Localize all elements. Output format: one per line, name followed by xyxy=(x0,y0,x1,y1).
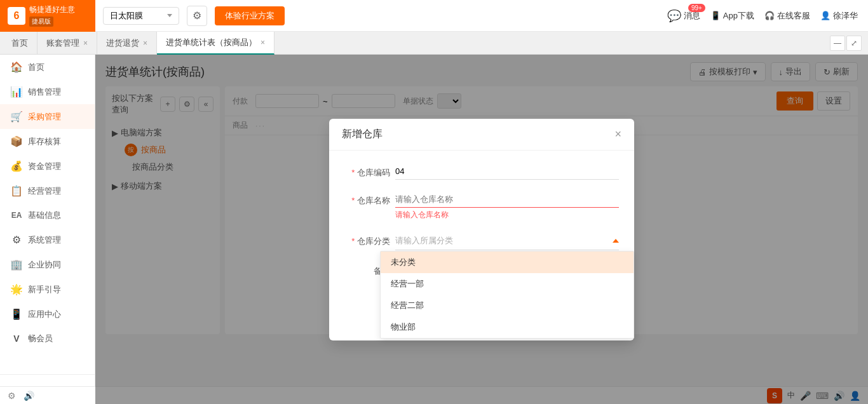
logo-text: 畅捷通好生意 捷易版 xyxy=(29,4,75,27)
tab-return-close[interactable]: × xyxy=(143,39,147,48)
apps-icon: 📱 xyxy=(10,308,23,320)
tab-return-label: 进货退货 xyxy=(106,37,139,49)
dropdown-option-dept1[interactable]: 经营一部 xyxy=(381,273,634,295)
dropdown-toggle-btn[interactable] xyxy=(613,239,619,243)
logo-badge: 捷易版 xyxy=(29,17,53,27)
sidebar-item-apps[interactable]: 📱 应用中心 xyxy=(0,302,95,327)
overlay[interactable]: 新增仓库 × * 仓库编码 xyxy=(95,55,868,404)
home-icon: 🏠 xyxy=(10,61,23,73)
top-header: 6 畅捷通好生意 捷易版 日太阳膜 ⚙ 体验行业方案 💬 消息 99+ 📱 Ap… xyxy=(0,0,868,32)
tab-minimize-btn[interactable]: — xyxy=(830,36,845,51)
tab-home[interactable]: 首页 xyxy=(3,32,37,55)
sidebar-item-basicinfo[interactable]: EA 基础信息 xyxy=(0,203,95,227)
message-icon: 💬 xyxy=(667,9,681,23)
sidebar-system-label: 系统管理 xyxy=(28,234,61,246)
bottom-left-icons: ⚙ 🔊 xyxy=(8,391,34,401)
code-control xyxy=(395,163,619,180)
bottom-sound-icon[interactable]: 🔊 xyxy=(24,391,34,401)
sidebar-inventory-label: 库存核算 xyxy=(28,136,61,147)
tab-stats[interactable]: 进货单统计表（按商品） × xyxy=(157,32,275,55)
sidebar-purchase-label: 采购管理 xyxy=(28,111,61,123)
dialog: 新增仓库 × * 仓库编码 xyxy=(329,119,634,340)
gear-button[interactable]: ⚙ xyxy=(187,6,207,26)
app-download-link[interactable]: 📱 App下载 xyxy=(710,10,754,22)
sidebar-guide-label: 新手引导 xyxy=(28,284,61,295)
store-selector[interactable]: 日太阳膜 xyxy=(103,7,179,25)
dropdown-arrow-up-icon xyxy=(613,239,619,243)
dialog-body: * 仓库编码 * 仓库名称 xyxy=(329,151,634,300)
online-service-label: 在线客服 xyxy=(777,10,810,22)
header-right: 💬 消息 99+ 📱 App下载 🎧 在线客服 👤 徐泽华 xyxy=(667,9,858,23)
dropdown-option-uncategorized[interactable]: 未分类 xyxy=(381,252,634,273)
bottom-settings-icon[interactable]: ⚙ xyxy=(8,391,16,401)
tab-stats-label: 进货单统计表（按商品） xyxy=(166,37,257,48)
sidebar-operations-label: 经营管理 xyxy=(28,185,61,197)
category-label: * 仓库分类 xyxy=(344,232,395,247)
tab-account-close[interactable]: × xyxy=(83,39,88,48)
tab-expand-btn[interactable]: ⤢ xyxy=(846,36,862,51)
sidebar-item-home[interactable]: 🏠 首页 xyxy=(0,55,95,79)
sidebar-item-sales[interactable]: 📊 销售管理 xyxy=(0,79,95,104)
headset-icon: 🎧 xyxy=(764,11,775,20)
sidebar-item-member[interactable]: V 畅会员 xyxy=(0,327,95,351)
content-area: 进货单统计(按商品) 🖨 按模板打印 ▾ ↓ 导出 ↻ 刷新 xyxy=(95,55,868,404)
tab-return[interactable]: 进货退货 × xyxy=(97,32,157,55)
code-label: * 仓库编码 xyxy=(344,163,395,178)
sidebar-item-inventory[interactable]: 📦 库存核算 xyxy=(0,129,95,154)
sidebar-item-purchase[interactable]: 🛒 采购管理 xyxy=(0,104,95,129)
operations-icon: 📋 xyxy=(10,185,23,197)
sidebar-item-finance[interactable]: 💰 资金管理 xyxy=(0,154,95,178)
sales-icon: 📊 xyxy=(10,86,23,98)
dropdown-option-property[interactable]: 物业部 xyxy=(381,316,634,338)
member-icon: V xyxy=(10,333,23,344)
online-service-link[interactable]: 🎧 在线客服 xyxy=(764,10,810,22)
main-layout: 🏠 首页 📊 销售管理 🛒 采购管理 📦 库存核算 💰 资金管理 📋 经 xyxy=(0,55,868,404)
system-icon: ⚙ xyxy=(10,234,23,246)
category-selector[interactable]: 请输入所属分类 xyxy=(395,232,619,250)
trial-button[interactable]: 体验行业方案 xyxy=(215,6,285,25)
dialog-title: 新增仓库 xyxy=(342,128,383,141)
form-row-name: * 仓库名称 请输入仓库名称 xyxy=(344,191,619,220)
store-name: 日太阳膜 xyxy=(110,10,165,22)
name-error-msg: 请输入仓库名称 xyxy=(395,210,619,220)
logo-area: 6 畅捷通好生意 捷易版 xyxy=(0,0,95,32)
sidebar-finance-label: 资金管理 xyxy=(28,161,61,172)
name-input[interactable] xyxy=(395,191,619,208)
tab-home-label: 首页 xyxy=(11,37,28,49)
sidebar-item-enterprise[interactable]: 🏢 企业协同 xyxy=(0,252,95,277)
category-placeholder: 请输入所属分类 xyxy=(395,235,453,246)
nav-items: 🏠 首页 📊 销售管理 🛒 采购管理 📦 库存核算 💰 资金管理 📋 经 xyxy=(0,55,95,374)
phone-icon: 📱 xyxy=(710,11,721,20)
dropdown-option-dept2[interactable]: 经营二部 xyxy=(381,295,634,316)
guide-icon: 🌟 xyxy=(10,283,23,295)
user-icon: 👤 xyxy=(820,11,831,20)
sidebar-item-guide[interactable]: 🌟 新手引导 xyxy=(0,277,95,302)
name-label: * 仓库名称 xyxy=(344,191,395,206)
tab-account-label: 账套管理 xyxy=(46,37,79,49)
sidebar-item-operations[interactable]: 📋 经营管理 xyxy=(0,178,95,203)
category-dropdown: 未分类 经营一部 经营二部 物业部 xyxy=(380,251,634,339)
notification-area[interactable]: 💬 消息 99+ xyxy=(667,9,700,23)
dialog-header: 新增仓库 × xyxy=(329,119,634,151)
form-row-code: * 仓库编码 xyxy=(344,163,619,180)
sidebar-item-system[interactable]: ⚙ 系统管理 xyxy=(0,227,95,252)
sidebar-basicinfo-label: 基础信息 xyxy=(28,210,61,221)
purchase-icon: 🛒 xyxy=(10,111,23,123)
name-label-text: 仓库名称 xyxy=(357,196,390,205)
category-required-star: * xyxy=(351,236,355,246)
user-area[interactable]: 👤 徐泽华 xyxy=(820,10,858,22)
sidebar-apps-label: 应用中心 xyxy=(28,309,61,320)
inventory-icon: 📦 xyxy=(10,135,23,147)
name-required-star: * xyxy=(351,196,355,205)
left-nav: 🏠 首页 📊 销售管理 🛒 采购管理 📦 库存核算 💰 资金管理 📋 经 xyxy=(0,55,95,404)
dialog-close-btn[interactable]: × xyxy=(614,128,621,140)
enterprise-icon: 🏢 xyxy=(10,259,23,271)
tab-actions: — ⤢ xyxy=(826,36,865,51)
logo-icon: 6 xyxy=(8,7,25,25)
sidebar-enterprise-label: 企业协同 xyxy=(28,259,61,271)
tab-account[interactable]: 账套管理 × xyxy=(37,32,97,55)
code-label-text: 仓库编码 xyxy=(357,168,390,177)
code-input[interactable] xyxy=(395,163,619,180)
tab-bar: 首页 账套管理 × 进货退货 × 进货单统计表（按商品） × — ⤢ xyxy=(0,32,868,55)
tab-stats-close[interactable]: × xyxy=(261,38,265,47)
